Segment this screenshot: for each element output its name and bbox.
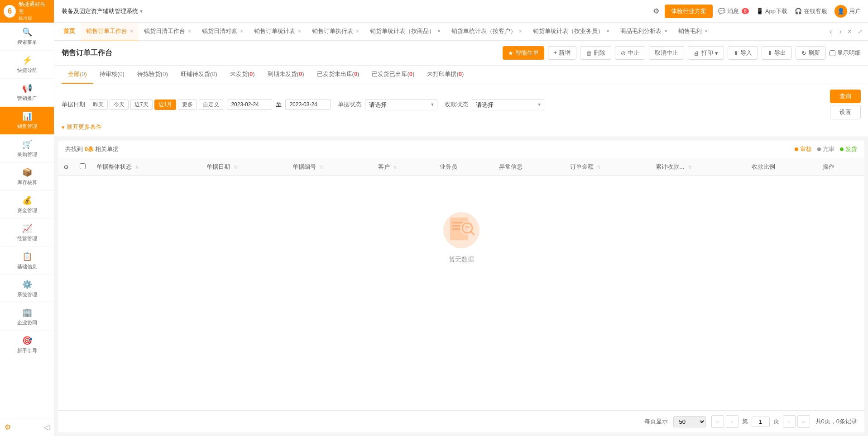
sidebar-item-guide[interactable]: 🎯 新手引导 — [0, 331, 54, 359]
table-settings-icon[interactable]: ⚙ — [63, 164, 69, 171]
tab-close-cash-daily[interactable]: × — [188, 28, 191, 34]
expand-more-button[interactable]: ▾ 展开更多条件 — [62, 123, 861, 131]
table-area: 共找到 0条 相关单据 审核 充审 发货 — [58, 141, 864, 432]
page-first-button[interactable]: « — [711, 415, 724, 428]
message-icon: 💬 — [718, 8, 725, 14]
export-button[interactable]: ⬇ 导出 — [762, 46, 792, 60]
sidebar-item-enterprise[interactable]: 🏢 企业协同 — [0, 303, 54, 331]
tab-close-sales-workbench[interactable]: × — [130, 28, 133, 34]
page-size-select[interactable]: 50 10 20 100 — [673, 416, 706, 427]
sidebar-item-basic-info[interactable]: 📋 基础信息 — [0, 247, 54, 275]
page-prev-button[interactable]: ‹ — [726, 415, 739, 428]
sidebar-item-search[interactable]: 🔍 搜索菜单 — [0, 23, 54, 51]
cancel-action[interactable]: 充审 — [817, 145, 834, 153]
smart-create-button[interactable]: ★ 智能生单 — [503, 46, 544, 60]
tab-sales-by-customer[interactable]: 销货单统计表（按客户）× — [446, 23, 528, 41]
tab-sales-by-product[interactable]: 销货单统计表（按商品）× — [364, 23, 446, 41]
print-button[interactable]: 🖨 打印 ▾ — [688, 46, 724, 60]
refresh-button[interactable]: ↻ 刷新 — [796, 46, 826, 60]
tab-sales-stats[interactable]: 销售订单统计表× — [249, 23, 307, 41]
filter-tab-pending-review[interactable]: 待审核(0) — [93, 66, 131, 84]
sidebar-item-inventory[interactable]: 📦 库存核算 — [0, 163, 54, 191]
tabs-prev-icon[interactable]: ‹ — [826, 28, 835, 36]
filter-tab-all[interactable]: 全部(0) — [62, 66, 93, 84]
page-nav: « ‹ 第 页 › » — [711, 415, 810, 428]
online-service-button[interactable]: 🎧 在线客服 — [795, 7, 827, 15]
user-button[interactable]: 👤 用户 — [834, 5, 861, 18]
topbar-actions: 💬 消息 6 📱 App下载 🎧 在线客服 👤 用户 — [718, 5, 861, 18]
tab-close-sales-stats[interactable]: × — [298, 28, 301, 34]
tab-sales-workbench[interactable]: 销售订单工作台× — [81, 23, 139, 41]
settings-icon[interactable]: ⚙ — [5, 423, 11, 431]
sidebar-item-marketing[interactable]: 📢 营销推广 — [0, 79, 54, 107]
add-button[interactable]: + 新增 — [548, 46, 576, 60]
date-shortcut-更多[interactable]: 更多 — [178, 100, 197, 110]
review-action[interactable]: 审核 — [795, 145, 812, 153]
date-from-input[interactable] — [227, 99, 272, 110]
tab-home[interactable]: 首页 — [58, 23, 81, 41]
tab-sales-by-staff[interactable]: 销货单统计表（按业务员）× — [528, 23, 615, 41]
date-shortcut-近1月[interactable]: 近1月 — [154, 100, 177, 110]
col-operation: 操作 — [817, 158, 864, 176]
date-shortcut-自定义[interactable]: 自定义 — [199, 100, 223, 110]
tab-sales-profit[interactable]: 销售毛利× — [673, 23, 713, 41]
close-all-tabs-icon[interactable]: ✕ — [845, 28, 854, 35]
tab-close-sales-by-product[interactable]: × — [437, 28, 441, 34]
tab-close-sales-by-staff[interactable]: × — [606, 28, 609, 34]
filter-tab-shipped-out[interactable]: 已发货已出库(0) — [365, 66, 421, 84]
page-input[interactable] — [752, 417, 770, 427]
tabs-next-icon[interactable]: › — [836, 28, 845, 36]
date-shortcut-今天[interactable]: 今天 — [110, 100, 129, 110]
set-button[interactable]: 设置 — [830, 105, 861, 119]
date-to-input[interactable] — [285, 99, 331, 110]
tab-cash-daily[interactable]: 钱货日清工作台× — [139, 23, 197, 41]
ship-action[interactable]: 发货 — [840, 145, 857, 153]
delete-button[interactable]: 🗑 删除 — [580, 46, 611, 60]
topbar-settings-icon[interactable]: ⚙ — [653, 7, 659, 15]
sidebar-item-system[interactable]: ⚙️ 系统管理 — [0, 275, 54, 303]
messages-button[interactable]: 💬 消息 6 — [718, 7, 749, 15]
select-all-checkbox[interactable] — [80, 163, 86, 169]
print-dropdown-icon[interactable]: ▾ — [715, 50, 718, 57]
date-shortcut-近7天[interactable]: 近7天 — [130, 100, 153, 110]
tab-product-margin[interactable]: 商品毛利分析表× — [615, 23, 673, 41]
sidebar-item-finance[interactable]: 💰 资金管理 — [0, 191, 54, 219]
main-content: 装备及固定资产辅助管理系统 ▾ ⚙ 体验行业方案 💬 消息 6 📱 App下载 … — [54, 0, 868, 436]
tab-sales-exec[interactable]: 销售订单执行表× — [307, 23, 364, 41]
filter-tab-overdue-not-shipped[interactable]: 到期未发货(0) — [261, 66, 311, 84]
filter-tab-shipped-not-out[interactable]: 已发货未出库(0) — [311, 66, 366, 84]
import-button[interactable]: ⬆ 导入 — [728, 46, 758, 60]
sidebar-item-quick-nav[interactable]: ⚡ 快捷导航 — [0, 51, 54, 79]
filter-tab-wangpu-pending[interactable]: 旺铺待发货(0) — [174, 66, 224, 84]
show-detail-checkbox[interactable]: 显示明细 — [830, 49, 861, 57]
tab-cash-reconcile[interactable]: 钱货日清对账× — [197, 23, 249, 41]
page-last-button[interactable]: » — [797, 415, 810, 428]
dropdown-arrow-icon[interactable]: ▾ — [140, 8, 143, 14]
tab-close-product-margin[interactable]: × — [664, 28, 667, 34]
filter-tab-pending-inspect[interactable]: 待拣验货(0) — [131, 66, 174, 84]
date-label: 单据日期 — [62, 100, 85, 109]
sidebar-item-operations[interactable]: 📈 经营管理 — [0, 219, 54, 247]
experience-button[interactable]: 体验行业方案 — [665, 5, 713, 18]
stop-button[interactable]: ⊘ 中止 — [615, 46, 645, 60]
tab-label-product-margin: 商品毛利分析表 — [620, 27, 662, 35]
maximize-icon[interactable]: ⤢ — [856, 28, 864, 35]
filter-tab-not-shipped[interactable]: 未发货(0) — [224, 66, 261, 84]
cancel-stop-button[interactable]: 取消中止 — [649, 46, 684, 60]
collapse-icon[interactable]: ◁ — [44, 423, 49, 431]
sidebar-icon-sales: 📊 — [22, 111, 32, 121]
sidebar-item-purchase[interactable]: 🛒 采购管理 — [0, 135, 54, 163]
payment-select[interactable]: 请选择 — [472, 99, 544, 110]
tab-close-sales-exec[interactable]: × — [356, 28, 359, 34]
sidebar-item-sales[interactable]: 📊 销售管理 — [0, 107, 54, 135]
filter-tab-not-printed[interactable]: 未打印单据(0) — [421, 66, 470, 84]
tab-close-sales-profit[interactable]: × — [705, 28, 708, 34]
tab-close-cash-reconcile[interactable]: × — [240, 28, 243, 34]
status-select[interactable]: 请选择 — [365, 99, 437, 110]
query-button[interactable]: 查询 — [830, 90, 861, 103]
app-download-button[interactable]: 📱 App下载 — [756, 7, 787, 15]
tab-close-sales-by-customer[interactable]: × — [519, 28, 522, 34]
page-next-button[interactable]: › — [783, 415, 796, 428]
date-shortcuts: 昨天今天近7天近1月更多自定义 — [89, 100, 223, 110]
date-shortcut-昨天[interactable]: 昨天 — [89, 100, 108, 110]
